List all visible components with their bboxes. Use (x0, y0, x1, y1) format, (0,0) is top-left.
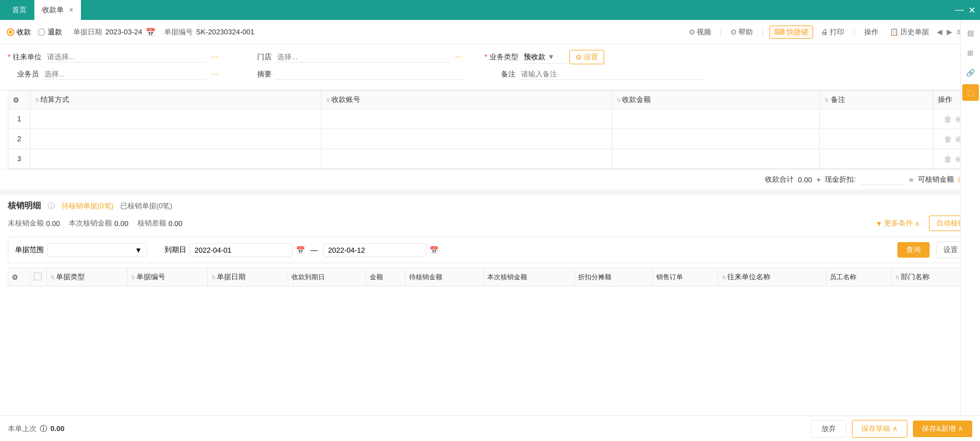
receipt-table: ⚙ ⇅ 结算方式 ⇅ 收款账号 (8, 90, 972, 169)
row-delete-icon[interactable]: 🗑 (944, 115, 952, 124)
operation-btn[interactable]: 操作 (861, 26, 882, 38)
col-settings[interactable]: ⚙ (8, 91, 30, 109)
nav-prev-icon[interactable]: ◀ (937, 28, 942, 36)
cell-account[interactable] (321, 149, 612, 169)
sort-icon-dept: ⇅ (895, 274, 900, 280)
sidebar-link-icon[interactable]: 🔗 (962, 64, 979, 81)
staff-label: 业务员 (8, 69, 39, 79)
stat-current: 本次核销金额 0.00 (69, 218, 128, 228)
sort-icon-date: ⇅ (211, 274, 216, 280)
staff-input[interactable] (42, 69, 206, 80)
help-icon: ⊙ (731, 28, 737, 36)
tab-home[interactable]: 首页 (4, 0, 34, 20)
more-conditions-label: 更多条件 (884, 218, 913, 228)
radio-refund[interactable]: 退款 (38, 27, 62, 37)
toolbar-right: ⊙ 视频 | ⊙ 帮助 | ⌨ 快捷键 🖨 打印 | 操作 📋 (686, 25, 973, 39)
stat-diff: 核销差额 0.00 (137, 218, 182, 228)
tab-active[interactable]: 收款单 × (34, 0, 81, 20)
table-icon: ▤ (967, 29, 974, 37)
col-settlement: ⇅ 结算方式 (30, 91, 321, 109)
cell-amount[interactable] (612, 109, 820, 129)
sidebar-table-icon[interactable]: ▤ (962, 24, 979, 41)
nav-next-icon[interactable]: ▶ (947, 28, 952, 36)
cell-settlement[interactable] (30, 149, 321, 169)
tab-pending[interactable]: 待核销单据(0笔) (62, 201, 114, 211)
more-conditions-btn[interactable]: ▼ 更多条件 ∧ (875, 218, 920, 228)
chevron-up-icon: ∧ (915, 219, 920, 228)
cell-amount[interactable] (612, 129, 820, 149)
cell-account[interactable] (321, 129, 612, 149)
radio-receipt-label: 收款 (17, 27, 31, 37)
col-amount: ⇅ 收款金额 (612, 91, 820, 109)
print-btn[interactable]: 🖨 打印 (818, 26, 848, 38)
remark-input[interactable] (519, 69, 706, 80)
link-icon: 🔗 (966, 69, 975, 77)
radio-receipt[interactable]: 收款 (7, 27, 31, 37)
save-draft-btn[interactable]: 保存草稿 ∧ (852, 420, 907, 438)
calendar-icon[interactable]: 📅 (146, 28, 155, 37)
cell-account[interactable] (321, 109, 612, 129)
save-draft-arrow-icon: ∧ (892, 424, 898, 433)
summary-input[interactable] (275, 69, 462, 80)
save-new-btn[interactable]: 保存&新增 ∧ (913, 421, 972, 437)
cell-amount[interactable] (612, 149, 820, 169)
date-from-input[interactable] (190, 243, 293, 257)
bottom-col-settings[interactable]: ⚙ (8, 268, 30, 286)
cell-settlement[interactable] (30, 129, 321, 149)
query-btn[interactable]: 查询 (897, 242, 930, 258)
section-divider (0, 189, 980, 195)
row-delete-icon[interactable]: 🗑 (944, 135, 952, 143)
table-row: 3 🗑 ⊕ (8, 149, 972, 169)
sidebar-grid-icon[interactable]: ⊞ (962, 44, 979, 61)
footer-label: 本单上次 (8, 424, 37, 434)
abandon-btn[interactable]: 放弃 (811, 420, 846, 438)
shortcut-icon: ⌨ (774, 28, 785, 36)
available-label: 可核销金额 (918, 175, 954, 184)
counterpart-more-btn[interactable]: ··· (211, 52, 218, 62)
biz-type-select[interactable]: 预收款 ▼ (522, 51, 566, 64)
bottom-col-amount: 金额 (366, 268, 405, 286)
sort-icon-company: ⇅ (722, 274, 726, 280)
radio-receipt-circle (7, 28, 14, 36)
shortcut-btn[interactable]: ⌨ 快捷键 (769, 25, 814, 39)
grid-icon: ⊞ (967, 49, 973, 57)
window-minimize-icon[interactable]: — (955, 5, 964, 15)
video-btn[interactable]: ⊙ 视频 (686, 26, 714, 38)
number-field: 单据编号 SK-20230324-001 (164, 27, 255, 37)
cell-remark[interactable] (820, 109, 933, 129)
settings-btn[interactable]: ⚙ 设置 (569, 50, 604, 64)
tab-close-btn[interactable]: × (69, 0, 73, 20)
tab-completed[interactable]: 已核销单据(0笔) (120, 201, 172, 211)
remark-label: 备注 (484, 69, 515, 79)
window-close-icon[interactable]: ✕ (968, 5, 976, 16)
bottom-col-doc-type: ⇅ 单据类型 (47, 268, 127, 286)
discount-input[interactable] (860, 174, 905, 185)
counterpart-input[interactable] (45, 52, 206, 63)
history-icon: 📋 (890, 28, 899, 36)
help-btn[interactable]: ⊙ 帮助 (727, 26, 756, 38)
sep3: | (853, 28, 855, 36)
calendar-from-icon[interactable]: 📅 (296, 246, 305, 254)
form-row-2: 业务员 ··· 摘要 备注 (8, 69, 972, 80)
cell-remark[interactable] (820, 149, 933, 169)
store-input[interactable] (275, 52, 450, 63)
staff-more-btn[interactable]: ··· (211, 69, 218, 79)
help-label: 帮助 (738, 27, 753, 37)
range-field: 单据范围 ▼ (15, 243, 147, 257)
date-to-input[interactable] (323, 243, 426, 257)
history-btn[interactable]: 📋 历史单据 (886, 26, 932, 38)
range-label: 单据范围 (15, 245, 44, 255)
bottom-col-pending: 待核销金额 (406, 268, 484, 286)
sidebar-screenshot-icon[interactable]: ⬚ (962, 84, 979, 101)
store-more-btn[interactable]: ··· (455, 52, 462, 62)
biz-type-value: 预收款 (524, 52, 545, 62)
row-delete-icon[interactable]: 🗑 (944, 155, 952, 163)
print-icon: 🖨 (821, 28, 828, 36)
range-select[interactable]: ▼ (47, 243, 147, 257)
cell-remark[interactable] (820, 129, 933, 149)
sort-icon-4: ⇅ (824, 97, 829, 103)
cell-settlement[interactable] (30, 109, 321, 129)
form-row-1: 往来单位 ··· 门店 ··· 业务类型 预收款 ▼ ⚙ 设置 (8, 50, 972, 64)
calendar-to-icon[interactable]: 📅 (430, 246, 438, 254)
select-all-checkbox[interactable] (34, 273, 42, 280)
